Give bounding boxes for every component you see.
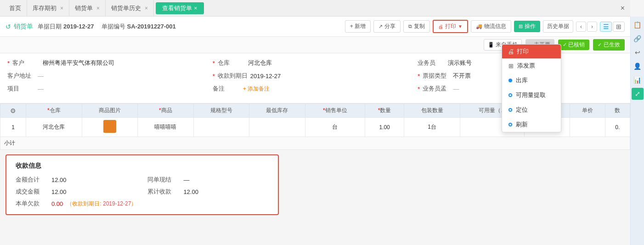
dot-outline-icon bbox=[508, 93, 512, 97]
cell-other: 0. bbox=[605, 118, 630, 137]
copy-button[interactable]: ⧉ 复制 bbox=[403, 20, 430, 33]
cell-pkg-qty: 1台 bbox=[404, 118, 460, 137]
close-tab-sales-history[interactable]: × bbox=[145, 5, 148, 11]
col-img: 商品图片 bbox=[82, 104, 138, 118]
payment-grid: 金额合计 12.00 同单现结 — 成交金额 12.00 累计收款 12.00 … bbox=[16, 176, 269, 208]
dot-outline-icon-2 bbox=[508, 108, 512, 112]
deal-amount: 成交金额 12.00 bbox=[16, 188, 136, 196]
col-product: *商品 bbox=[138, 104, 194, 118]
cell-unit: 台 bbox=[305, 118, 365, 137]
cell-min-stock bbox=[249, 118, 305, 137]
doc-meta: 单据日期 2019-12-27 单据编号 SA-20191227-001 bbox=[38, 23, 176, 31]
tab-inventory-init[interactable]: 库存期初 × bbox=[27, 0, 69, 17]
col-warehouse: *仓库 bbox=[26, 104, 82, 118]
doc-title: ↺ 销货单 bbox=[6, 23, 33, 31]
dropdown-menu: 🖨 打印 ⊞ 添发票 出库 可用量提取 定位 刷新 bbox=[502, 44, 561, 132]
history-button[interactable]: 历史单据 bbox=[543, 20, 573, 33]
payment-title: 收款信息 bbox=[16, 162, 269, 170]
dot-outline-icon-3 bbox=[508, 123, 512, 126]
cell-warehouse: 河北仓库 bbox=[26, 118, 82, 137]
due-date-hint: （收款到期日: 2019-12-27） bbox=[67, 200, 136, 208]
subtotal-label: 小计 bbox=[0, 137, 630, 150]
order-debt: 本单欠款 0.00 （收款到期日: 2019-12-27） bbox=[16, 199, 136, 208]
sidebar-icon-expand[interactable]: ⤢ bbox=[632, 88, 644, 100]
cell-product: 嘻嘻嘻嘻 bbox=[138, 118, 194, 137]
cell-spec bbox=[193, 118, 249, 137]
doc-date-label: 单据日期 2019-12-27 bbox=[38, 23, 94, 31]
dropdown-refresh[interactable]: 刷新 bbox=[502, 117, 561, 132]
col-other: 数 bbox=[605, 104, 630, 118]
right-sidebar: 📋 🔗 ↩ 👤 📊 ⤢ bbox=[630, 17, 644, 220]
close-tab-sales[interactable]: × bbox=[96, 5, 100, 11]
cell-img bbox=[82, 118, 138, 137]
share-button[interactable]: ↗ 分享 bbox=[373, 20, 401, 33]
dropdown-locate[interactable]: 定位 bbox=[502, 103, 561, 117]
tab-bar: 首页 库存期初 × 销货单 × 销货单历史 × 查看销货单 × × bbox=[0, 0, 630, 17]
subtotal-row: 小计 bbox=[0, 137, 630, 150]
sidebar-icon-link[interactable]: 🔗 bbox=[632, 33, 644, 45]
view-toggle: ☰ ⊞ bbox=[600, 22, 625, 32]
dropdown-header: 🖨 打印 bbox=[502, 45, 561, 58]
sidebar-icon-chart[interactable]: 📊 bbox=[632, 74, 644, 86]
doc-no-label: 单据编号 SA-20191227-001 bbox=[102, 23, 176, 31]
tab-view-sales[interactable]: 查看销货单 × bbox=[156, 2, 204, 14]
effective-button[interactable]: ✓ 已生效 bbox=[593, 39, 625, 51]
same-order-settlement: 同单现结 — bbox=[147, 176, 268, 184]
confirm-button[interactable]: ✓ 已核销 bbox=[558, 40, 589, 50]
nav-arrows: ‹ › bbox=[576, 22, 597, 32]
prev-button[interactable]: ‹ bbox=[576, 22, 586, 32]
print-button[interactable]: 🖨 打印 ▼ bbox=[433, 20, 468, 33]
col-spec: 规格型号 bbox=[193, 104, 249, 118]
dropdown-available-extract[interactable]: 可用量提取 bbox=[502, 88, 561, 103]
address-field: 客户地址 — bbox=[7, 72, 213, 80]
dropdown-outbound[interactable]: 出库 bbox=[502, 73, 561, 88]
warehouse-field: * 仓库 河北仓库 bbox=[213, 59, 418, 67]
cumulative-payment: 累计收款 12.00 bbox=[147, 188, 268, 196]
cell-no: 1 bbox=[0, 118, 26, 137]
sidebar-icon-user[interactable]: 👤 bbox=[632, 60, 644, 72]
col-qty: *数量 bbox=[365, 104, 404, 118]
new-button[interactable]: + 新增 bbox=[345, 20, 371, 33]
cell-qty: 1.00 bbox=[365, 118, 404, 137]
col-unit: *销售单位 bbox=[305, 104, 365, 118]
toolbar-actions: + 新增 ↗ 分享 ⧉ 复制 🖨 打印 ▼ 🚚 物流信息 ⊞ 操作 bbox=[345, 20, 625, 33]
col-min-stock: 最低库存 bbox=[249, 104, 305, 118]
amount-total: 金额合计 12.00 bbox=[16, 176, 136, 184]
close-all-tabs[interactable]: × bbox=[619, 2, 627, 14]
grid-view-button[interactable]: ⊞ bbox=[613, 22, 625, 32]
payment-info: 收款信息 金额合计 12.00 同单现结 — 成交金额 12.00 累计收款 1… bbox=[6, 154, 279, 215]
due-date-field: * 收款到期日 2019-12-27 bbox=[213, 72, 418, 80]
close-tab-inventory[interactable]: × bbox=[60, 5, 63, 11]
tab-sales-history[interactable]: 销货单历史 × bbox=[106, 0, 154, 17]
sidebar-icon-doc[interactable]: 📋 bbox=[632, 19, 644, 31]
col-price: 单价 bbox=[570, 104, 605, 118]
operation-button[interactable]: ⊞ 操作 bbox=[514, 21, 540, 32]
col-gear[interactable]: ⚙ bbox=[0, 104, 26, 118]
col-pkg-qty: 包装数量 bbox=[404, 104, 460, 118]
note-field: 备注 + 添加备注 bbox=[213, 85, 418, 93]
main-toolbar: ↺ 销货单 单据日期 2019-12-27 单据编号 SA-20191227-0… bbox=[0, 17, 630, 37]
close-tab-view-sales[interactable]: × bbox=[194, 5, 198, 11]
project-field: 项目 — bbox=[7, 85, 213, 93]
tab-home[interactable]: 首页 bbox=[4, 0, 27, 17]
dropdown-add-invoice[interactable]: ⊞ 添发票 bbox=[502, 58, 561, 73]
bottom-panel: 收款信息 金额合计 12.00 同单现结 — 成交金额 12.00 累计收款 1… bbox=[0, 150, 630, 220]
list-view-button[interactable]: ☰ bbox=[600, 22, 612, 32]
customer-field: * 客户 柳州粤港平安气体有限公司 bbox=[7, 59, 213, 67]
sidebar-icon-return[interactable]: ↩ bbox=[632, 46, 644, 58]
logistics-button[interactable]: 🚚 物流信息 bbox=[471, 20, 511, 33]
toolbar-left: ↺ 销货单 单据日期 2019-12-27 单据编号 SA-20191227-0… bbox=[6, 23, 342, 31]
product-image bbox=[103, 120, 116, 133]
dot-blue-icon bbox=[508, 79, 512, 82]
next-button[interactable]: › bbox=[587, 22, 597, 32]
cell-price bbox=[570, 118, 605, 137]
tab-sales[interactable]: 销货单 × bbox=[69, 0, 106, 17]
add-note-button[interactable]: + 添加备注 bbox=[243, 85, 270, 93]
